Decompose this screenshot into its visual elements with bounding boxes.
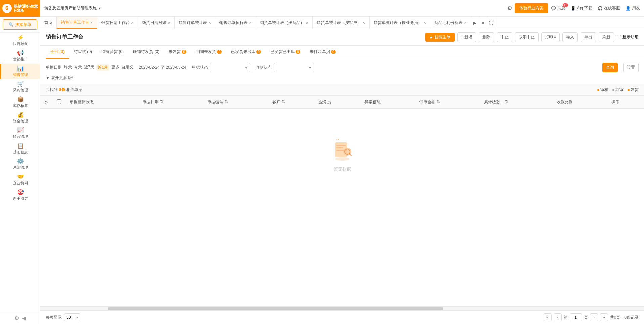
tab-sales-order-exec[interactable]: 销售订单执行表 ✕ [215, 17, 256, 29]
message-button[interactable]: 💬 消息 6 [551, 5, 565, 11]
user-menu-button[interactable]: 👤 用友 [626, 5, 640, 11]
tab-sales-stats-product[interactable]: 销货单统计表（按商品） ✕ [256, 17, 313, 29]
col-settings[interactable]: ⚙ [40, 96, 52, 109]
delete-button[interactable]: 删除 [479, 32, 494, 42]
tab-cash-daily[interactable]: 钱货日清工作台 ✕ [97, 17, 138, 29]
sidebar-item-finance[interactable]: 💰 资金管理 [0, 110, 40, 125]
sub-tab-wangpu[interactable]: 旺铺待发货 (0) [128, 46, 164, 59]
payment-select[interactable] [274, 63, 314, 72]
col-settings-icon[interactable]: ⚙ [44, 100, 48, 105]
sub-tab-not-shipped[interactable]: 未发货 0 [164, 46, 191, 59]
col-amount[interactable]: 订单金额 ⇅ [415, 96, 480, 109]
collapse-sidebar-icon[interactable]: ◀ [22, 315, 26, 321]
sidebar-item-inventory[interactable]: 📦 库存核算 [0, 94, 40, 110]
date-shortcut-yesterday[interactable]: 昨天 [64, 64, 72, 71]
sub-tab-expired-not-shipped[interactable]: 到期未发货 0 [191, 46, 226, 59]
scrollbar-thumb[interactable] [108, 307, 443, 310]
abandon-action-button[interactable]: 弃审 [612, 87, 624, 93]
review-action-button[interactable]: 审核 [597, 87, 608, 93]
online-service-button[interactable]: 🎧 在线客服 [598, 5, 620, 11]
sub-tab-pending-inspection[interactable]: 待拣验货 (0) [97, 46, 128, 59]
tab-sales-stats-close-icon[interactable]: ✕ [208, 21, 211, 25]
last-page-button[interactable]: » [600, 313, 608, 321]
sidebar-item-sales[interactable]: 📊 销售管理 [0, 64, 40, 79]
date-shortcut-today[interactable]: 今天 [74, 64, 82, 71]
solution-button[interactable]: 体验行业方案 [515, 3, 548, 13]
date-shortcut-more[interactable]: 更多 [111, 64, 119, 71]
cancel-suspend-button[interactable]: 取消中止 [515, 32, 539, 42]
empty-state-cell: 暂无数据 [40, 109, 644, 200]
col-customer[interactable]: 客户 ⇅ [268, 96, 315, 109]
smart-generate-button[interactable]: ★ 智能生单 [425, 33, 455, 42]
new-button[interactable]: + 新增 [457, 32, 476, 42]
print-button[interactable]: 打印 ▾ [541, 32, 560, 42]
ship-action-button[interactable]: 发货 [628, 87, 639, 93]
sidebar-item-purchase[interactable]: 🛒 采购管理 [0, 79, 40, 94]
sort-date-icon[interactable]: ⇅ [160, 99, 163, 104]
tab-cash-reconcile[interactable]: 钱货日清对账 ✕ [138, 17, 175, 29]
date-shortcut-custom[interactable]: 自定义 [121, 64, 133, 71]
sub-tab-all[interactable]: 全部 (0) [46, 46, 69, 59]
search-menu-button[interactable]: 🔍 搜索菜单 [3, 19, 37, 30]
sidebar-item-system[interactable]: ⚙️ 系统管理 [0, 156, 40, 172]
sort-customer-icon[interactable]: ⇅ [282, 99, 285, 104]
tab-sales-stats-salesperson-close-icon[interactable]: ✕ [423, 21, 426, 25]
sidebar-item-basics[interactable]: 📋 基础信息 [0, 141, 40, 156]
col-number[interactable]: 单据编号 ⇅ [203, 96, 268, 109]
sort-amount-icon[interactable]: ⇅ [437, 99, 440, 104]
tab-sales-stats-customer[interactable]: 销货单统计表（按客户） ✕ [313, 17, 370, 29]
show-detail-checkbox[interactable] [617, 35, 621, 39]
select-all-checkbox[interactable] [57, 99, 61, 104]
query-button[interactable]: 查询 [602, 63, 618, 72]
ship-dot-icon [628, 89, 630, 91]
expand-conditions-button[interactable]: ▼ 展开更多条件 [46, 75, 639, 81]
sidebar-item-cooperation[interactable]: 🤝 企业协同 [0, 172, 40, 187]
sub-tab-shipped-out[interactable]: 已发货已出库 0 [266, 46, 305, 59]
tab-cash-daily-close-icon[interactable]: ✕ [131, 21, 134, 25]
import-button[interactable]: 导入 [562, 32, 578, 42]
tab-sales-order-workspace[interactable]: 销售订单工作台 ✕ [57, 17, 97, 29]
status-select[interactable] [210, 63, 250, 72]
col-received[interactable]: 累计收款... ⇅ [480, 96, 553, 109]
refresh-button[interactable]: 刷新 [599, 32, 614, 42]
sub-tab-shipped-not-out[interactable]: 已发货未出库 0 [226, 46, 266, 59]
tab-scroll-right-button[interactable]: ▶ [471, 17, 479, 29]
date-shortcut-1month[interactable]: 近1月 [96, 64, 110, 71]
sub-tab-pending-review[interactable]: 待审核 (0) [69, 46, 97, 59]
tab-sales-order-exec-close-icon[interactable]: ✕ [249, 21, 252, 25]
suspend-button[interactable]: 中止 [497, 32, 512, 42]
app-download-button[interactable]: 📱 App下载 [571, 5, 592, 11]
settings-bottom-icon[interactable]: ⚙ [14, 315, 19, 321]
sort-received-icon[interactable]: ⇅ [505, 99, 508, 104]
tab-product-margin-close-icon[interactable]: ✕ [464, 21, 467, 25]
date-shortcut-7days[interactable]: 近7天 [84, 64, 94, 71]
tab-sales-stats[interactable]: 销售订单统计表 ✕ [175, 17, 215, 29]
tab-product-margin[interactable]: 商品毛利分析表 ✕ [430, 17, 471, 29]
sidebar-item-marketing[interactable]: 📢 营销推广 [0, 48, 40, 64]
tab-sales-order-close-icon[interactable]: ✕ [90, 21, 93, 24]
col-date[interactable]: 单据日期 ⇅ [138, 96, 203, 109]
sub-tab-not-printed[interactable]: 未打印单据 0 [305, 46, 340, 59]
export-button[interactable]: 导出 [581, 32, 596, 42]
filter-settings-button[interactable]: 设置 [623, 63, 639, 72]
sort-number-icon[interactable]: ⇅ [225, 99, 228, 104]
page-number-input[interactable] [570, 313, 582, 321]
sidebar-item-quick-nav[interactable]: ⚡ 快捷导航 [0, 33, 40, 48]
col-checkbox[interactable] [52, 96, 66, 109]
next-page-button[interactable]: › [590, 313, 598, 321]
system-dropdown-icon[interactable]: ▾ [99, 6, 101, 11]
tab-close-all-button[interactable]: ✕ [479, 17, 487, 29]
tab-sales-stats-product-close-icon[interactable]: ✕ [306, 21, 308, 25]
prev-page-button[interactable]: ‹ [554, 313, 562, 321]
page-size-select[interactable]: 20 50 100 [64, 313, 80, 321]
tab-maximize-button[interactable]: ⛶ [487, 17, 495, 29]
sidebar-item-guide[interactable]: 🎯 新手引导 [0, 187, 40, 203]
sidebar-item-operations[interactable]: 📈 经营管理 [0, 125, 40, 141]
tab-home[interactable]: 首页 [40, 17, 57, 29]
horizontal-scrollbar[interactable] [40, 306, 644, 310]
header-settings-icon[interactable]: ⚙ [507, 5, 512, 11]
tab-cash-reconcile-close-icon[interactable]: ✕ [168, 21, 170, 25]
tab-sales-stats-customer-close-icon[interactable]: ✕ [362, 21, 365, 25]
tab-sales-stats-salesperson[interactable]: 销货单统计表（按业务员） ✕ [370, 17, 430, 29]
first-page-button[interactable]: « [544, 313, 552, 321]
